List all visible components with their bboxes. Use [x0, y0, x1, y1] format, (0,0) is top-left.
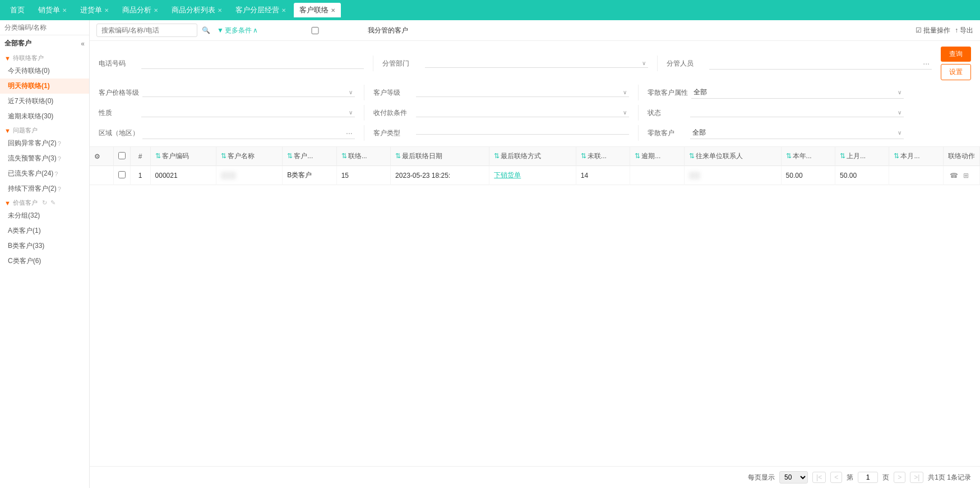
search-input[interactable]: [96, 24, 197, 37]
col-overdue: ⇅逾期...: [630, 147, 684, 166]
help-icon[interactable]: ?: [54, 171, 58, 177]
dept-label: 分管部门: [382, 59, 422, 68]
sidebar-item-churned[interactable]: 已流失客户(24) ?: [0, 166, 89, 181]
page-input[interactable]: [858, 472, 878, 483]
export-button[interactable]: ↑ 导出: [955, 26, 973, 35]
refresh-icon[interactable]: ↻: [42, 199, 47, 206]
my-customers-checkbox[interactable]: [265, 27, 366, 34]
region-select[interactable]: ···: [142, 127, 355, 139]
query-button[interactable]: 查询: [941, 47, 971, 62]
filter-cell-phone: 电话号码: [99, 58, 364, 69]
person-select[interactable]: ···: [709, 58, 932, 70]
nature-select[interactable]: ∨: [141, 108, 355, 117]
sort-icon: ⇅: [494, 152, 500, 160]
next-page-button[interactable]: >: [894, 472, 905, 483]
page-size-select[interactable]: 50 100 200: [779, 471, 808, 484]
all-customers-header[interactable]: 全部客户 «: [0, 35, 89, 52]
phone-input[interactable]: [141, 58, 364, 69]
filter-cell-price-level: 客户价格等级 ∨: [99, 88, 355, 98]
nav-analysis-table[interactable]: 商品分析列表 ✕: [166, 3, 228, 17]
sidebar-item-7days[interactable]: 近7天待联络(0): [0, 94, 89, 109]
dept-select[interactable]: ∨: [425, 59, 648, 68]
pagination: 每页显示 50 100 200 |< < 第 页 > >| 共1页 1条记录: [90, 466, 980, 488]
sidebar-item-repurchase-abnormal[interactable]: 回购异常客户(2) ?: [0, 136, 89, 151]
filter-cell-retail-attr: 零散客户属性 全部 ∨: [648, 86, 904, 99]
price-level-select[interactable]: ∨: [142, 88, 355, 97]
last-method-link[interactable]: 下销货单: [494, 171, 521, 179]
sidebar-item-today[interactable]: 今天待联络(0): [0, 63, 89, 79]
divider: [638, 85, 639, 100]
my-customers-checkbox-label[interactable]: 我分管的客户: [265, 26, 408, 35]
help-icon[interactable]: ?: [58, 155, 61, 162]
first-page-button[interactable]: |<: [812, 472, 826, 483]
col-un-contact: ⇅未联...: [576, 147, 630, 166]
filter-cell-region: 区域（地区） ···: [99, 127, 355, 139]
table-header-row: ⚙ # ⇅客户编码 ⇅客户名称 ⇅客户... ⇅联络..: [90, 147, 980, 166]
chevron-down-icon: ∨: [349, 89, 353, 95]
col-seq: #: [130, 147, 150, 166]
filter-cell-nature: 性质 ∨: [99, 108, 355, 118]
sort-icon: ⇅: [395, 152, 401, 160]
help-icon[interactable]: ?: [58, 186, 61, 192]
col-gear[interactable]: ⚙: [90, 147, 113, 166]
select-all-checkbox[interactable]: [118, 152, 126, 159]
chevron-down-icon: ∨: [623, 89, 627, 95]
nav-sales[interactable]: 销货单 ✕: [33, 3, 72, 17]
contact-icon[interactable]: ☎: [950, 172, 958, 179]
collapse-icon[interactable]: «: [81, 40, 85, 48]
divider: [373, 56, 373, 71]
sidebar-search-input[interactable]: [4, 24, 89, 31]
sidebar-item-c-class[interactable]: C类客户(6): [0, 254, 89, 269]
sort-icon: ⇅: [341, 152, 347, 160]
close-icon[interactable]: ✕: [154, 7, 158, 13]
nav-customer-segment[interactable]: 客户分层经营 ✕: [230, 3, 292, 17]
more-icon[interactable]: ···: [346, 128, 353, 137]
close-icon[interactable]: ✕: [104, 7, 109, 13]
divider: [638, 125, 639, 141]
customers-table: ⚙ # ⇅客户编码 ⇅客户名称 ⇅客户... ⇅联络..: [90, 147, 980, 185]
close-icon[interactable]: ✕: [218, 7, 222, 13]
more-actions-icon[interactable]: ⊞: [963, 172, 969, 179]
customer-type-select[interactable]: [416, 132, 630, 135]
batch-ops-button[interactable]: ☑ 批量操作: [916, 26, 950, 35]
retail-attr-select[interactable]: 全部 ∨: [691, 86, 904, 99]
more-conditions-button[interactable]: ▼ 更多条件 ∧: [215, 25, 260, 36]
filter-row-2: 客户价格等级 ∨ 客户等级 ∨ 零散客户属性: [99, 85, 971, 100]
close-icon[interactable]: ✕: [62, 7, 67, 13]
close-icon[interactable]: ✕: [331, 7, 335, 13]
filter-row-1: 电话号码 分管部门 ∨ 分管人员 ···: [99, 47, 971, 80]
nav-home[interactable]: 首页: [4, 3, 30, 17]
sidebar-item-declining[interactable]: 持续下滑客户(2) ?: [0, 181, 89, 196]
filter-icon: ▼: [217, 26, 224, 34]
cell-un-contact: 14: [576, 166, 630, 185]
retail-select[interactable]: 全部 ∨: [690, 127, 904, 139]
sidebar-item-churn-warning[interactable]: 流失预警客户(3) ?: [0, 151, 89, 166]
status-select[interactable]: ∨: [690, 108, 904, 117]
customer-level-select[interactable]: ∨: [416, 88, 630, 97]
divider: [364, 125, 364, 141]
nav-purchase[interactable]: 进货单 ✕: [75, 3, 114, 17]
payment-select[interactable]: ∨: [416, 108, 630, 117]
search-icon[interactable]: 🔍: [202, 26, 210, 34]
settings-button[interactable]: 设置: [941, 64, 971, 80]
nav-customer-contact[interactable]: 客户联络 ✕: [294, 3, 341, 17]
row-checkbox[interactable]: [118, 171, 126, 178]
main-layout: 🔍 全部客户 « ▼ 待联络客户 今天待联络(0) 明天待联络(1) 近7天待联…: [0, 20, 980, 488]
chevron-down-icon: ∨: [898, 109, 902, 116]
sort-icon: ⇅: [287, 152, 293, 160]
cell-this-month: [889, 166, 944, 185]
sidebar-item-a-class[interactable]: A类客户(1): [0, 223, 89, 238]
last-page-button[interactable]: >|: [910, 472, 923, 483]
help-icon[interactable]: ?: [58, 140, 61, 147]
prev-page-button[interactable]: <: [830, 472, 842, 483]
sidebar-item-b-class[interactable]: B类客户(33): [0, 238, 89, 254]
retail-attr-label: 零散客户属性: [648, 88, 688, 98]
more-icon[interactable]: ···: [923, 59, 930, 68]
close-icon[interactable]: ✕: [281, 7, 286, 13]
sidebar-item-overdue[interactable]: 逾期未联络(30): [0, 109, 89, 124]
sidebar-item-ungroup[interactable]: 未分组(32): [0, 208, 89, 223]
edit-icon[interactable]: ✎: [50, 199, 56, 206]
nav-analysis[interactable]: 商品分析 ✕: [117, 3, 164, 17]
cell-last-month: 50.00: [835, 166, 889, 185]
sidebar-item-tomorrow[interactable]: 明天待联络(1): [0, 79, 89, 94]
